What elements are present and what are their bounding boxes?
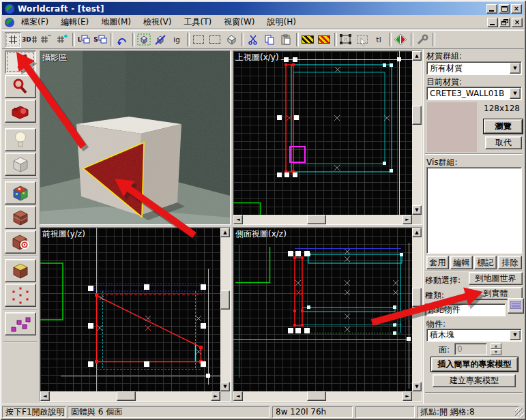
toolbar-separator [185,32,190,47]
select-box-mode-button[interactable] [354,32,370,48]
side-view-hscroll[interactable]: ◄► [233,391,412,401]
browse-button[interactable]: 瀏覽 [484,119,523,134]
camera-viewport[interactable]: 攝影區 [40,50,231,225]
scroll-down-icon[interactable]: ▼ [412,205,422,215]
camera-3d-canvas[interactable] [40,51,230,224]
grid-larger-button[interactable] [54,32,70,48]
magnify-tool-button[interactable] [5,75,36,98]
top-view-canvas[interactable] [233,51,412,215]
selection-tool-button[interactable] [5,50,36,74]
show-all-button[interactable] [223,32,239,48]
cordon-edit-button[interactable] [299,32,316,48]
minimize-button[interactable] [486,4,497,14]
select-group-mode-button[interactable] [338,32,354,48]
faces-spinner[interactable]: ▲ ▼ [491,343,501,355]
chevron-down-icon[interactable]: ▼ [510,330,521,340]
chevron-down-icon[interactable]: ▼ [510,63,521,74]
mdi-close-button[interactable]: × [512,18,523,27]
cube-outline-icon [225,33,237,46]
camera-tool-button[interactable] [5,100,36,123]
grid-smaller-button[interactable] [38,32,54,48]
create-prefab-button[interactable]: 建立專案模型 [433,374,516,387]
vis-apply-button[interactable]: 套用 [426,256,449,269]
title-bar[interactable]: Worldcraft - [test] × [2,2,524,15]
front-view-vscroll[interactable]: ▲▼ [220,228,230,391]
scroll-left-icon[interactable]: ◄ [233,215,243,224]
top-view-vscroll[interactable]: ▲▼ [412,51,422,215]
mdi-restore-button[interactable] [499,18,510,27]
black-dashed-box-icon [209,35,220,44]
clipping-tool-button[interactable] [5,259,36,282]
group-button[interactable] [136,32,152,48]
texture-lock-button[interactable]: tl [370,32,387,48]
spinner-up-icon[interactable]: ▲ [491,343,501,349]
ignore-groups-button[interactable]: ig [169,32,185,48]
side-view-canvas[interactable] [233,228,412,391]
front-view-hscroll[interactable]: ◄► [40,391,220,401]
cascade-large-button[interactable]: L [76,32,92,48]
menu-edit[interactable]: 編輯(E) [55,15,95,29]
cordon-toggle-button[interactable] [316,32,332,48]
side-viewport[interactable]: 側面視圖(x/z) ▲▼ ◄► [233,227,422,402]
apply-texture-tool-button[interactable] [5,206,36,229]
entity-tool-button[interactable] [5,128,36,151]
texture-group-label: 材質群組: [426,50,462,62]
vertex-tool-button[interactable] [5,284,36,307]
scroll-right-icon[interactable]: ► [403,215,412,224]
menu-file[interactable]: 檔案(F) [15,15,55,29]
object-dropdown[interactable]: 積木塊▼ [426,329,522,342]
vis-group-listbox[interactable] [426,167,522,254]
toolbar-separator [70,32,76,47]
palette-divider [3,309,38,310]
menu-window[interactable]: 視窗(W) [218,15,261,29]
grid-toggle-button[interactable] [5,32,21,48]
grid-3d-button[interactable]: 3D [21,32,38,48]
side-view-vscroll[interactable]: ▲▼ [412,228,422,391]
menu-view[interactable]: 檢視(V) [137,15,178,29]
menu-help[interactable]: 說明(H) [261,15,302,29]
cascade-small-button[interactable]: S [92,32,108,48]
options-button[interactable] [414,32,430,48]
mdi-minimize-button[interactable] [487,18,498,27]
top-view-hscroll[interactable]: ◄► [233,215,412,224]
move-selection-label: 移動選擇: [425,275,461,286]
vis-edit-button[interactable]: 編輯 [450,256,473,269]
scissors-icon [248,34,259,45]
undo-button[interactable] [114,32,130,48]
mdi-document-globe-icon [4,17,15,28]
run-map-button[interactable] [392,32,409,48]
paste-button[interactable] [278,32,294,48]
to-world-button[interactable]: 到地圖世界 [469,272,523,285]
vis-exclude-button[interactable]: 排除 [498,256,522,269]
worldcraft-window: Worldcraft - [test] × 檔案(F) 編輯(E) 地圖(M) … [0,0,526,420]
spinner-down-icon[interactable]: ▼ [491,349,501,355]
smart-edit-button[interactable] [508,298,524,314]
hide-selected-button[interactable] [190,32,207,48]
top-viewport[interactable]: 上視圖(x/y) ▲▼ ◄► [233,50,422,225]
vis-mark-button[interactable]: 標記 [474,256,497,269]
chevron-down-icon[interactable]: ▼ [510,88,521,99]
current-texture-dropdown[interactable]: CRETE3_WALL01B▼ [426,87,522,100]
entity-class-field[interactable] [425,303,506,316]
menu-tools[interactable]: 工具(T) [178,15,218,29]
clipboard-icon [280,34,291,45]
ungroup-button[interactable] [152,32,169,48]
maximize-button[interactable] [499,4,510,14]
scroll-up-icon[interactable]: ▲ [412,51,422,61]
copy-button[interactable] [261,32,278,48]
resize-grip[interactable] [515,408,524,417]
block-tool-button[interactable] [5,153,36,176]
toggle-textures-tool-button[interactable] [5,181,36,205]
replace-button[interactable]: 取代 [485,136,522,149]
apply-decals-tool-button[interactable] [5,230,36,254]
menu-map[interactable]: 地圖(M) [95,15,137,29]
close-button[interactable]: × [511,4,522,14]
cut-button[interactable] [245,32,261,48]
front-viewport[interactable]: 前視圖(y/z) ▲▼ ◄► [40,227,231,402]
insert-prefab-button[interactable]: 插入簡單的專案模型 [431,357,518,372]
window-title: Worldcraft - [test] [18,4,104,14]
texture-group-dropdown[interactable]: 所有材質▼ [426,61,522,75]
front-view-canvas[interactable] [40,228,220,391]
path-tool-button[interactable] [5,312,36,335]
hide-unselected-button[interactable] [207,32,223,48]
